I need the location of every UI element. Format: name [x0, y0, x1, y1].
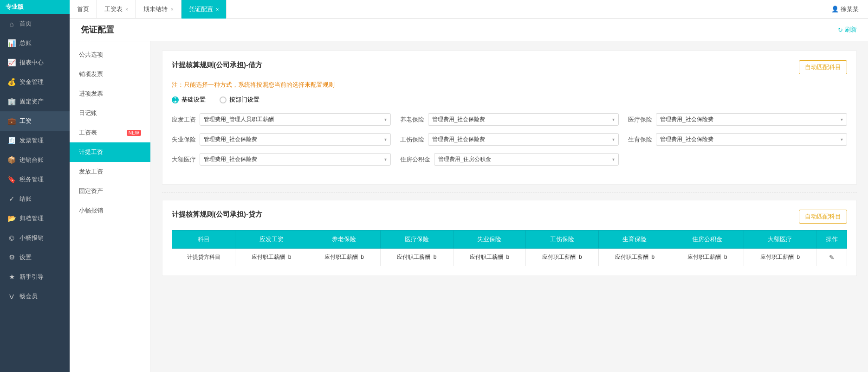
invoice-icon: 🧾 — [7, 136, 16, 145]
sidebar-item-expense[interactable]: © 小畅报销 — [0, 228, 70, 248]
field-pension-chevron: ▾ — [612, 117, 615, 122]
field-major-medical-chevron: ▾ — [384, 157, 387, 162]
app-title: 专业版 — [0, 0, 70, 14]
borrow-notice: 注：只能选择一种方式，系统将按照您当前的选择来配置规则 — [172, 81, 847, 89]
left-nav-salary-table[interactable]: 工资表 NEW — [70, 123, 150, 142]
left-nav-journal-label: 日记账 — [79, 109, 97, 117]
field-maternity-label: 生育保险 — [628, 135, 652, 144]
page-title: 凭证配置 — [81, 24, 114, 35]
sidebar-item-salary[interactable]: 💼 工资 — [0, 111, 70, 131]
content-layout: 公共选项 销项发票 进项发票 日记账 工资表 NEW 计提工资 发放工资 固 — [70, 41, 868, 372]
col-salary: 应发工资 — [235, 231, 308, 249]
radio-dept[interactable]: 按部门设置 — [220, 96, 259, 104]
field-housing-chevron: ▾ — [612, 157, 615, 162]
table-row: 计提贷方科目 应付职工薪酬_b 应付职工薪酬_b 应付职工薪酬_b 应付职工薪酬… — [172, 249, 847, 266]
col-major-medical: 大额医疗 — [744, 231, 816, 249]
credit-auto-match-button[interactable]: 自动匹配科目 — [799, 210, 847, 224]
tax-icon: 🔖 — [7, 175, 16, 184]
field-pension-label: 养老保险 — [400, 115, 424, 124]
left-nav-pay-salary[interactable]: 发放工资 — [70, 162, 150, 181]
radio-basic[interactable]: 基础设置 — [172, 96, 206, 104]
tab-period-close-close[interactable]: × — [170, 6, 173, 12]
left-nav-purchase-invoice[interactable]: 进项发票 — [70, 84, 150, 103]
field-unemployment-value: 管理费用_社会保险费 — [204, 135, 384, 143]
left-nav-public[interactable]: 公共选项 — [70, 45, 150, 64]
borrow-section-header: 计提核算规则(公司承担)-借方 自动匹配科目 — [172, 60, 847, 74]
sidebar-label-fixed-assets: 固定资产 — [19, 97, 44, 106]
field-injury-label: 工伤保险 — [400, 135, 424, 144]
left-nav-accrual-label: 计提工资 — [79, 148, 103, 156]
sidebar-item-funds[interactable]: 💰 资金管理 — [0, 72, 70, 92]
field-major-medical-select[interactable]: 管理费用_社会保险费 ▾ — [200, 153, 391, 166]
field-major-medical-value: 管理费用_社会保险费 — [204, 155, 384, 163]
field-injury-select[interactable]: 管理费用_社会保险费 ▾ — [428, 133, 619, 146]
settle-icon: ✓ — [7, 195, 16, 203]
field-major-medical-label: 大额医疗 — [172, 155, 196, 164]
cell-action[interactable]: ✎ — [816, 249, 847, 266]
tab-salary-table-close[interactable]: × — [125, 6, 128, 12]
tab-home[interactable]: 首页 — [70, 0, 97, 19]
sidebar-label-inventory: 进销台账 — [19, 156, 44, 164]
guide-icon: ★ — [7, 273, 16, 281]
tab-bar: 首页 工资表 × 期末结转 × 凭证配置 × 👤 徐某某 — [70, 0, 868, 19]
field-maternity: 生育保险 管理费用_社会保险费 ▾ — [628, 133, 847, 146]
left-nav-fixed-assets[interactable]: 固定资产 — [70, 181, 150, 201]
left-nav-expense-report-label: 小畅报销 — [79, 206, 103, 215]
left-nav: 公共选项 销项发票 进项发票 日记账 工资表 NEW 计提工资 发放工资 固 — [70, 41, 151, 372]
user-area[interactable]: 👤 徐某某 — [831, 5, 859, 13]
sidebar-item-archive[interactable]: 📂 归档管理 — [0, 209, 70, 228]
left-nav-sales-invoice-label: 销项发票 — [79, 70, 103, 78]
sidebar-item-invoice-mgmt[interactable]: 🧾 发票管理 — [0, 131, 70, 150]
sidebar-label-ledger: 总账 — [19, 39, 32, 47]
reports-icon: 📈 — [7, 58, 16, 67]
radio-group: 基础设置 按部门设置 — [172, 96, 847, 104]
left-nav-pay-salary-label: 发放工资 — [79, 167, 103, 176]
col-pension: 养老保险 — [308, 231, 381, 249]
tab-voucher-config-close[interactable]: × — [216, 6, 219, 12]
sidebar-item-fixed-assets[interactable]: 🏢 固定资产 — [0, 92, 70, 111]
col-action: 操作 — [816, 231, 847, 249]
sidebar-item-settle[interactable]: ✓ 结账 — [0, 189, 70, 209]
ledger-icon: 📊 — [7, 39, 16, 47]
refresh-label: 刷新 — [845, 26, 857, 34]
tab-salary-table-label: 工资表 — [104, 5, 123, 13]
left-nav-sales-invoice[interactable]: 销项发票 — [70, 64, 150, 84]
field-salary-select[interactable]: 管理费用_管理人员职工薪酬 ▾ — [200, 113, 391, 126]
cell-medical: 应付职工薪酬_b — [381, 249, 453, 266]
field-maternity-select[interactable]: 管理费用_社会保险费 ▾ — [656, 133, 847, 146]
edit-icon[interactable]: ✎ — [829, 254, 835, 261]
field-pension-select[interactable]: 管理费用_社会保险费 ▾ — [428, 113, 619, 126]
tab-voucher-config[interactable]: 凭证配置 × — [181, 0, 227, 19]
sidebar-label-funds: 资金管理 — [19, 78, 44, 86]
expense-icon: © — [7, 234, 16, 242]
credit-table: 科目 应发工资 养老保险 医疗保险 失业保险 工伤保险 生育保险 住房公积金 大… — [172, 230, 847, 266]
sidebar-item-general-ledger[interactable]: 📊 总账 — [0, 33, 70, 53]
cell-pension: 应付职工薪酬_b — [308, 249, 381, 266]
field-housing-select[interactable]: 管理费用_住房公积金 ▾ — [434, 153, 619, 166]
refresh-button[interactable]: ↻ 刷新 — [838, 26, 857, 34]
left-nav-expense-report[interactable]: 小畅报销 — [70, 201, 150, 220]
sidebar-item-guide[interactable]: ★ 新手引导 — [0, 267, 70, 287]
left-nav-accrual[interactable]: 计提工资 — [70, 142, 150, 162]
sidebar-item-home[interactable]: ⌂ 首页 — [0, 14, 70, 33]
sidebar-item-tax[interactable]: 🔖 税务管理 — [0, 170, 70, 189]
field-unemployment-select[interactable]: 管理费用_社会保险费 ▾ — [200, 133, 391, 146]
col-subject: 科目 — [172, 231, 235, 249]
left-nav-journal[interactable]: 日记账 — [70, 103, 150, 123]
borrow-section: 计提核算规则(公司承担)-借方 自动匹配科目 注：只能选择一种方式，系统将按照您… — [162, 51, 857, 185]
field-salary-label: 应发工资 — [172, 115, 196, 124]
left-nav-salary-table-label: 工资表 — [79, 128, 97, 137]
field-medical-select[interactable]: 管理费用_社会保险费 ▾ — [656, 113, 847, 126]
cell-maternity: 应付职工薪酬_b — [598, 249, 671, 266]
radio-dept-circle — [220, 96, 227, 103]
sidebar-item-settings[interactable]: ⚙ 设置 — [0, 248, 70, 267]
tab-salary-table[interactable]: 工资表 × — [97, 0, 136, 19]
sidebar-item-inventory[interactable]: 📦 进销台账 — [0, 150, 70, 170]
field-unemployment-chevron: ▾ — [384, 137, 387, 142]
borrow-auto-match-button[interactable]: 自动匹配科目 — [799, 60, 847, 74]
field-major-medical: 大额医疗 管理费用_社会保险费 ▾ — [172, 153, 391, 166]
sidebar-item-member[interactable]: V 畅会员 — [0, 287, 70, 306]
sidebar-item-reports[interactable]: 📈 报表中心 — [0, 53, 70, 72]
tab-period-close[interactable]: 期末结转 × — [136, 0, 181, 19]
radio-dept-label: 按部门设置 — [229, 96, 259, 104]
